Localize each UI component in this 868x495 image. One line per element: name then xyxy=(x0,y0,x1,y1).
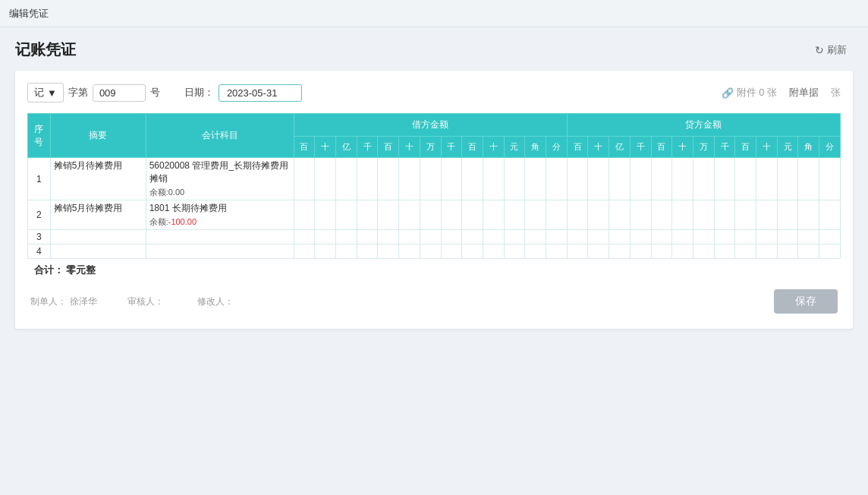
row-debit-digit-1[interactable] xyxy=(315,230,336,244)
row-debit-digit-6[interactable] xyxy=(420,158,441,200)
row-summary-3[interactable] xyxy=(50,244,146,259)
row-debit-digit-3[interactable] xyxy=(357,158,378,200)
row-credit-digit-0[interactable] xyxy=(567,158,588,200)
row-debit-digit-0[interactable] xyxy=(294,158,315,200)
row-credit-digit-6[interactable] xyxy=(693,244,714,259)
row-debit-digit-8[interactable] xyxy=(462,158,483,200)
row-credit-digit-3[interactable] xyxy=(630,244,651,259)
row-credit-digit-0[interactable] xyxy=(567,244,588,259)
row-credit-digit-2[interactable] xyxy=(609,230,631,244)
row-credit-digit-1[interactable] xyxy=(588,230,609,244)
row-credit-digit-12[interactable] xyxy=(819,158,841,200)
row-credit-digit-8[interactable] xyxy=(735,230,756,244)
row-credit-digit-6[interactable] xyxy=(693,158,714,200)
row-credit-digit-3[interactable] xyxy=(630,230,651,244)
row-debit-digit-0[interactable] xyxy=(294,230,315,244)
row-credit-digit-9[interactable] xyxy=(756,158,778,200)
row-debit-digit-5[interactable] xyxy=(399,158,420,200)
row-debit-digit-2[interactable] xyxy=(336,244,357,259)
row-credit-digit-3[interactable] xyxy=(630,200,651,230)
row-debit-digit-8[interactable] xyxy=(462,244,483,259)
row-summary-1[interactable]: 摊销5月待摊费用 xyxy=(50,200,146,230)
save-button[interactable]: 保存 xyxy=(774,289,838,314)
date-input[interactable] xyxy=(219,84,302,102)
attachment-single-btn[interactable]: 附单据 xyxy=(789,86,819,99)
row-credit-digit-12[interactable] xyxy=(819,200,841,230)
row-account-1[interactable]: 1801 长期待摊费用余额:-100.00 xyxy=(146,200,294,230)
row-credit-digit-3[interactable] xyxy=(630,158,651,200)
row-debit-digit-8[interactable] xyxy=(462,230,483,244)
row-credit-digit-9[interactable] xyxy=(756,200,778,230)
row-summary-0[interactable]: 摊销5月待摊费用 xyxy=(50,158,146,200)
row-credit-digit-2[interactable] xyxy=(609,200,631,230)
row-debit-digit-1[interactable] xyxy=(315,244,336,259)
row-debit-digit-1[interactable] xyxy=(315,158,336,200)
row-debit-digit-5[interactable] xyxy=(399,244,420,259)
row-credit-digit-10[interactable] xyxy=(777,158,798,200)
row-credit-digit-4[interactable] xyxy=(651,230,672,244)
row-debit-digit-3[interactable] xyxy=(357,230,378,244)
row-summary-2[interactable] xyxy=(50,230,146,244)
row-credit-digit-0[interactable] xyxy=(567,230,588,244)
row-credit-digit-0[interactable] xyxy=(567,200,588,230)
row-credit-digit-10[interactable] xyxy=(777,244,798,259)
row-debit-digit-5[interactable] xyxy=(399,230,420,244)
row-credit-digit-1[interactable] xyxy=(588,158,609,200)
row-account-2[interactable] xyxy=(146,230,294,244)
row-debit-digit-5[interactable] xyxy=(399,200,420,230)
row-debit-digit-0[interactable] xyxy=(294,244,315,259)
row-credit-digit-7[interactable] xyxy=(714,158,735,200)
row-debit-digit-4[interactable] xyxy=(378,200,399,230)
attachment-link[interactable]: 🔗 附件 0 张 xyxy=(722,86,777,99)
row-debit-digit-11[interactable] xyxy=(525,244,546,259)
row-debit-digit-2[interactable] xyxy=(336,200,357,230)
row-account-0[interactable]: 56020008 管理费用_长期待摊费用摊销余额:0.00 xyxy=(146,158,294,200)
row-credit-digit-9[interactable] xyxy=(756,244,778,259)
row-debit-digit-6[interactable] xyxy=(420,230,441,244)
row-debit-digit-10[interactable] xyxy=(504,244,525,259)
row-debit-digit-8[interactable] xyxy=(462,200,483,230)
row-debit-digit-4[interactable] xyxy=(378,158,399,200)
row-debit-digit-0[interactable] xyxy=(294,200,315,230)
row-debit-digit-10[interactable] xyxy=(504,200,525,230)
row-credit-digit-10[interactable] xyxy=(777,230,798,244)
row-debit-digit-11[interactable] xyxy=(525,200,546,230)
row-credit-digit-2[interactable] xyxy=(609,244,631,259)
row-credit-digit-5[interactable] xyxy=(672,230,693,244)
row-credit-digit-1[interactable] xyxy=(588,244,609,259)
row-credit-digit-11[interactable] xyxy=(798,200,819,230)
row-debit-digit-6[interactable] xyxy=(420,244,441,259)
row-credit-digit-10[interactable] xyxy=(777,200,798,230)
row-debit-digit-9[interactable] xyxy=(483,158,504,200)
refresh-button[interactable]: ↻ 刷新 xyxy=(809,40,853,60)
row-debit-digit-12[interactable] xyxy=(546,200,568,230)
row-debit-digit-1[interactable] xyxy=(315,200,336,230)
row-credit-digit-8[interactable] xyxy=(735,244,756,259)
voucher-number-input[interactable] xyxy=(93,84,146,102)
row-credit-digit-6[interactable] xyxy=(693,230,714,244)
row-account-3[interactable] xyxy=(146,244,294,259)
row-credit-digit-11[interactable] xyxy=(798,230,819,244)
row-credit-digit-5[interactable] xyxy=(672,158,693,200)
row-debit-digit-7[interactable] xyxy=(441,158,462,200)
row-debit-digit-3[interactable] xyxy=(357,200,378,230)
row-debit-digit-11[interactable] xyxy=(525,158,546,200)
row-debit-digit-3[interactable] xyxy=(357,244,378,259)
row-credit-digit-7[interactable] xyxy=(714,244,735,259)
row-debit-digit-12[interactable] xyxy=(546,158,568,200)
row-credit-digit-7[interactable] xyxy=(714,200,735,230)
row-debit-digit-11[interactable] xyxy=(525,230,546,244)
row-credit-digit-5[interactable] xyxy=(672,200,693,230)
row-debit-digit-2[interactable] xyxy=(336,158,357,200)
row-credit-digit-12[interactable] xyxy=(819,230,841,244)
row-debit-digit-9[interactable] xyxy=(483,244,504,259)
row-debit-digit-12[interactable] xyxy=(546,244,568,259)
row-credit-digit-6[interactable] xyxy=(693,200,714,230)
row-credit-digit-2[interactable] xyxy=(609,158,631,200)
row-debit-digit-6[interactable] xyxy=(420,200,441,230)
row-debit-digit-4[interactable] xyxy=(378,230,399,244)
row-credit-digit-8[interactable] xyxy=(735,200,756,230)
voucher-type-dropdown[interactable]: 记 ▼ xyxy=(27,83,64,102)
row-debit-digit-7[interactable] xyxy=(441,200,462,230)
row-debit-digit-4[interactable] xyxy=(378,244,399,259)
